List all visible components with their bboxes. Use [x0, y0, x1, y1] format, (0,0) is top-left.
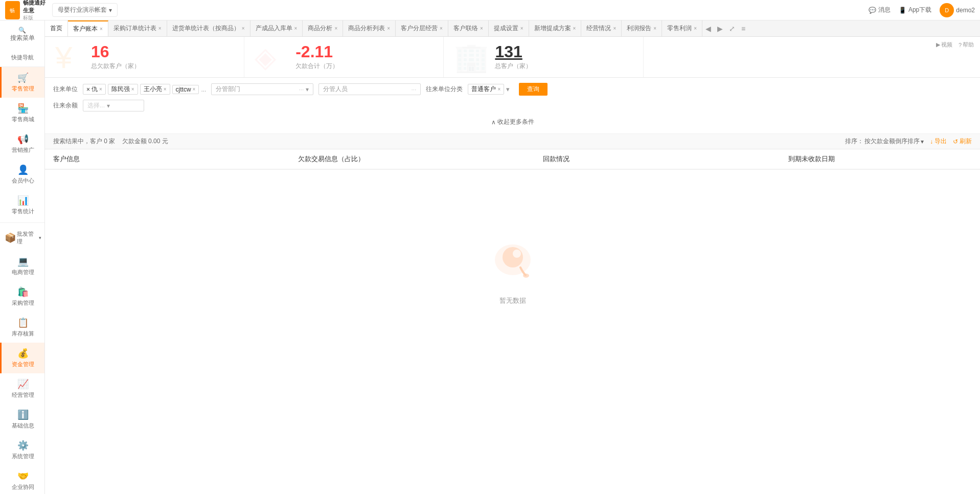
- message-button[interactable]: 💬 消息: [869, 6, 891, 14]
- tab-new-achievement[interactable]: 新增提成方案 ×: [529, 20, 582, 37]
- batch-icon: 📦: [5, 232, 16, 243]
- tab-operations[interactable]: 经营情况 ×: [581, 20, 622, 37]
- tab-purchase-order[interactable]: 采购订单统计表 ×: [108, 20, 167, 37]
- marketing-icon: 📢: [17, 133, 29, 145]
- stat-number-debt-amount: -2.11: [260, 43, 428, 60]
- collapse-button[interactable]: ∧ 收起更多条件: [491, 118, 534, 126]
- customer-tier-tab-label: 客户分层经营: [401, 24, 438, 33]
- tab-close-icon[interactable]: ×: [694, 26, 697, 31]
- enterprise-icon: 🤝: [17, 470, 29, 482]
- avatar: D: [940, 3, 954, 17]
- stat-bg-icon-debt: ◈: [255, 41, 276, 74]
- tab-close-icon[interactable]: ×: [100, 26, 103, 32]
- tab-close-icon[interactable]: ×: [158, 26, 162, 31]
- svg-text:畅: 畅: [10, 8, 15, 13]
- finance-icon: 💰: [17, 348, 29, 359]
- query-button[interactable]: 查询: [519, 83, 548, 96]
- tab-customer-contact[interactable]: 客户联络 ×: [448, 20, 489, 37]
- workspace-selector[interactable]: 母婴行业演示帐套 ▾: [52, 3, 118, 17]
- top-bar: 畅 畅捷通好生意 标版 母婴行业演示帐套 ▾ 💬 消息 📱 App下载 D: [0, 0, 980, 20]
- tab-prev-button[interactable]: ◀: [702, 25, 714, 33]
- branch-dept-placeholder: ···: [299, 86, 304, 93]
- sidebar-item-retail[interactable]: 🛒 零售管理: [0, 67, 44, 98]
- tab-close-icon[interactable]: ×: [480, 26, 483, 31]
- branch-person-selector[interactable]: 分管人员 ···: [318, 83, 421, 95]
- tab-product-analysis[interactable]: 商品分析 ×: [303, 20, 343, 37]
- results-info: 搜索结果中，客户 0 家 欠款金额 0.00 元: [53, 137, 168, 146]
- sidebar-item-marketing[interactable]: 📢 营销推广: [0, 128, 44, 159]
- tab-close-icon[interactable]: ×: [653, 26, 656, 31]
- sidebar-item-basic-info[interactable]: ℹ️ 基础信息: [0, 404, 44, 435]
- tag-remove-icon[interactable]: ×: [193, 86, 196, 92]
- tag-remove-icon[interactable]: ×: [99, 86, 102, 92]
- tab-close-icon[interactable]: ×: [294, 26, 298, 31]
- sidebar-item-retail-shop[interactable]: 🏪 零售商城: [0, 98, 44, 128]
- tag-close-icon[interactable]: ×: [86, 86, 90, 93]
- help-button[interactable]: ? 帮助: [959, 41, 974, 49]
- tag-remove-icon[interactable]: ×: [131, 86, 134, 92]
- tab-product-analysis-list[interactable]: 商品分析列表 ×: [343, 20, 396, 37]
- branch-dept-selector[interactable]: 分管部门 ··· ▾: [211, 83, 313, 95]
- operations-tab-label: 经营情况: [586, 24, 611, 33]
- search-result-text: 搜索结果中，客户 0 家 欠款金额 0.00 元: [53, 137, 168, 146]
- video-help-button[interactable]: ▶ 视频: [936, 41, 952, 49]
- tab-menu-button[interactable]: ≡: [738, 25, 748, 33]
- remaining-amount-selector[interactable]: 选择... ▾: [83, 100, 144, 111]
- filter-row-2: 往来余额 选择... ▾: [53, 100, 972, 111]
- tab-close-icon[interactable]: ×: [613, 26, 616, 31]
- sidebar-item-ecommerce[interactable]: 💻 电商管理: [0, 251, 44, 281]
- refresh-button[interactable]: ↺ 刷新: [953, 137, 972, 146]
- tab-product-in[interactable]: 产成品入库单 ×: [250, 20, 303, 37]
- sidebar-item-batch[interactable]: 📦 批发管理 ▾: [0, 225, 44, 251]
- results-actions: 排序： 按欠款金额倒序排序 ▾ ↓ 导出 ↺ 刷新: [845, 137, 972, 146]
- tab-profit-report[interactable]: 利润报告 ×: [622, 20, 662, 37]
- customer-type-remove[interactable]: ×: [497, 86, 500, 92]
- export-button[interactable]: ↓ 导出: [930, 137, 947, 146]
- tab-retail-profit[interactable]: 零售利润 ×: [662, 20, 702, 37]
- sort-selector[interactable]: 排序： 按欠款金额倒序排序 ▾: [845, 137, 924, 146]
- tab-customer-account[interactable]: 客户账本 ×: [68, 20, 108, 37]
- sidebar-item-purchase[interactable]: 🛍️ 采购管理: [0, 281, 44, 312]
- tab-home[interactable]: 首页: [45, 20, 68, 37]
- tab-customer-tier[interactable]: 客户分层经营 ×: [396, 20, 448, 37]
- branch-person-label: 分管人员: [323, 85, 348, 94]
- app-download-button[interactable]: 📱 App下载: [899, 6, 931, 14]
- filter-tag-cjttcw: cjttcw ×: [172, 85, 199, 94]
- tag-remove-icon[interactable]: ×: [164, 86, 167, 92]
- tab-next-button[interactable]: ▶: [714, 25, 726, 33]
- user-avatar-button[interactable]: D demo2: [940, 3, 975, 17]
- sidebar-item-finance[interactable]: 💰 资金管理: [0, 343, 44, 373]
- sidebar-item-inventory[interactable]: 📋 库存核算: [0, 312, 44, 343]
- filter-more-tags[interactable]: ...: [201, 86, 206, 93]
- sidebar-item-enterprise[interactable]: 🤝 企业协同: [0, 465, 44, 494]
- sidebar-item-retail-stats[interactable]: 📊 零售统计: [0, 190, 44, 220]
- sidebar-item-label: 企业协同: [12, 483, 34, 491]
- tab-close-icon[interactable]: ×: [334, 26, 337, 31]
- filter-tag-label: 陈民强: [111, 85, 130, 94]
- tab-reminder-settings[interactable]: 提成设置 ×: [489, 20, 529, 37]
- filter-tag-label: 仇: [92, 85, 98, 94]
- help-icon: ?: [959, 42, 962, 48]
- tab-stock-stats[interactable]: 进货单统计表（按商品） ×: [167, 20, 250, 37]
- video-icon: ▶: [936, 41, 940, 48]
- sidebar-item-system[interactable]: ⚙️ 系统管理: [0, 435, 44, 465]
- quick-nav-button[interactable]: 快捷导航: [9, 52, 36, 63]
- sidebar-item-member[interactable]: 👤 会员中心: [0, 159, 44, 190]
- tab-close-icon[interactable]: ×: [387, 26, 390, 31]
- chevron-icon: ▾: [39, 235, 41, 240]
- tab-close-icon[interactable]: ×: [242, 26, 245, 31]
- retail-profit-tab-label: 零售利润: [667, 24, 692, 33]
- search-menu-button[interactable]: 🔍 搜索菜单: [4, 25, 40, 44]
- new-achievement-tab-label: 新增提成方案: [534, 24, 571, 33]
- col-header-debt-info: 欠款交易信息（占比）: [298, 154, 543, 164]
- filter-tag-label: cjttcw: [176, 86, 191, 93]
- sidebar-item-operations[interactable]: 📈 经营管理: [0, 373, 44, 404]
- basic-info-icon: ℹ️: [17, 409, 29, 420]
- tab-maximize-button[interactable]: ⤢: [726, 25, 738, 33]
- tab-bar: 首页 客户账本 × 采购订单统计表 × 进货单统计表（按商品） × 产成品入库单…: [45, 20, 980, 37]
- logo-text: 畅捷通好生意: [23, 0, 50, 14]
- tab-close-icon[interactable]: ×: [520, 26, 523, 31]
- logo-area: 畅 畅捷通好生意 标版: [5, 0, 50, 21]
- tab-close-icon[interactable]: ×: [573, 26, 576, 31]
- tab-close-icon[interactable]: ×: [440, 26, 443, 31]
